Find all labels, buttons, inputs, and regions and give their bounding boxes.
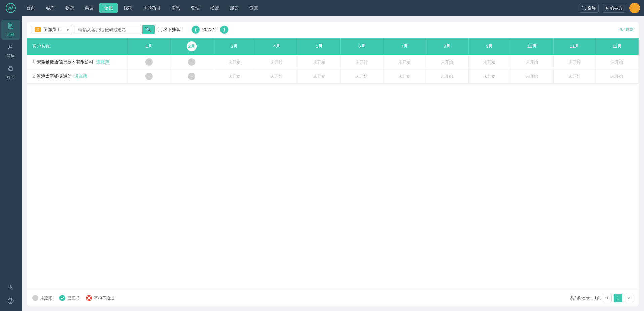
play-icon: ▶ bbox=[606, 6, 609, 10]
status-not-started-text: 未开始 bbox=[611, 74, 623, 79]
month-cell-m3: 未开始 bbox=[213, 55, 255, 69]
status-not-started-text: 未开始 bbox=[228, 60, 240, 64]
col-header-m11: 11月 bbox=[553, 38, 596, 55]
nav-item-customer[interactable]: 客户 bbox=[41, 3, 59, 13]
svg-rect-10 bbox=[9, 69, 12, 70]
fullscreen-label: 全屏 bbox=[588, 5, 596, 11]
employee-label: 全部员工 bbox=[43, 27, 61, 33]
month-cell-m4: 未开始 bbox=[255, 55, 298, 69]
year-label: 2023年 bbox=[202, 27, 217, 33]
status-not-started-text: 未开始 bbox=[271, 60, 283, 64]
search-input[interactable] bbox=[75, 26, 142, 34]
nav-item-operation[interactable]: 经营 bbox=[206, 3, 224, 13]
sidebar-item-bookkeeping[interactable]: 记账 bbox=[1, 20, 20, 40]
client-name-cell: 1安徽畅捷通信息技术有限公司进账簿 bbox=[27, 55, 128, 69]
month-cell-m11: 未开始 bbox=[553, 55, 596, 69]
legend-label-not-started: 未建账 bbox=[40, 295, 52, 301]
sidebar-item-print-label: 打印 bbox=[7, 75, 14, 80]
status-not-started-text: 未开始 bbox=[611, 60, 623, 64]
nav-item-home[interactable]: 首页 bbox=[22, 3, 40, 13]
nav-item-service[interactable]: 服务 bbox=[225, 3, 243, 13]
refresh-button[interactable]: ↻ 刷新 bbox=[620, 27, 634, 33]
status-not-started-text: 未开始 bbox=[483, 60, 495, 64]
my-accounts-checkbox[interactable] bbox=[158, 28, 162, 32]
month-cell-m4: 未开始 bbox=[255, 69, 298, 84]
month-cell-m6: 未开始 bbox=[340, 55, 383, 69]
status-not-started-text: 未开始 bbox=[398, 74, 410, 79]
col-header-m2: 2月 bbox=[170, 38, 213, 55]
fullscreen-icon: ⛶ bbox=[582, 6, 586, 10]
legend-label-completed: 已完成 bbox=[67, 295, 79, 301]
nav-item-billing[interactable]: 收费 bbox=[61, 3, 79, 13]
member-button[interactable]: ▶ 畅会员 bbox=[603, 4, 625, 13]
client-name: 漠澳太平畅捷通信 bbox=[37, 74, 72, 79]
nav-item-bookkeeping[interactable]: 记账 bbox=[99, 3, 118, 13]
my-accounts-checkbox-wrap[interactable]: 名下账套 bbox=[158, 27, 181, 33]
month-cell-m3: 未开始 bbox=[213, 69, 255, 84]
status-not-started-text: 未开始 bbox=[313, 60, 325, 64]
bookkeeping-table: 客户名称 1月 2月 3月 4月 5月 6月 7月 8月 9月 bbox=[27, 38, 639, 84]
svg-point-1 bbox=[633, 4, 637, 8]
current-page-button[interactable]: 1 bbox=[614, 294, 622, 302]
status-not-started-text: 未开始 bbox=[356, 74, 368, 79]
status-not-started-text: 未开始 bbox=[398, 60, 410, 64]
status-minus-icon: − bbox=[145, 58, 153, 66]
col-header-m5: 5月 bbox=[298, 38, 341, 55]
month-cell-m12: 未开始 bbox=[596, 55, 639, 69]
col-header-name: 客户名称 bbox=[27, 38, 128, 55]
user-avatar[interactable] bbox=[629, 3, 640, 13]
next-page-button[interactable]: > bbox=[625, 294, 633, 302]
month-cell-m5: 未开始 bbox=[298, 69, 341, 84]
table-row: 2漠澳太平畅捷通信进账簿−−未开始未开始未开始未开始未开始未开始未开始未开始未开… bbox=[27, 69, 639, 84]
bookkeeping-icon bbox=[7, 22, 14, 31]
client-name-cell: 2漠澳太平畅捷通信进账簿 bbox=[27, 69, 128, 84]
nav-item-settings[interactable]: 设置 bbox=[245, 3, 263, 13]
toolbar: 员 全部员工 ▾ 🔍 名下账套 ❮ 2023年 ❯ bbox=[27, 22, 639, 38]
month-cell-m5: 未开始 bbox=[298, 55, 341, 69]
prev-year-button[interactable]: ❮ bbox=[192, 26, 200, 34]
legend-not-started: 未建账 bbox=[32, 295, 52, 301]
next-year-button[interactable]: ❯ bbox=[220, 26, 228, 34]
fullscreen-button[interactable]: ⛶ 全屏 bbox=[579, 4, 599, 13]
client-number: 2 bbox=[32, 74, 35, 79]
status-minus-icon: − bbox=[188, 58, 195, 66]
sidebar-item-help[interactable] bbox=[1, 295, 20, 307]
month-cell-m9: 未开始 bbox=[468, 69, 511, 84]
enter-ledger-button[interactable]: 进账簿 bbox=[96, 59, 109, 64]
nav-item-invoice[interactable]: 票据 bbox=[80, 3, 98, 13]
app-logo[interactable] bbox=[4, 1, 17, 15]
total-records-label: 共2条记录，1页 bbox=[570, 295, 601, 301]
legend-label-rejected: 审核不通过 bbox=[94, 295, 114, 301]
month-cell-m12: 未开始 bbox=[596, 69, 639, 84]
nav-item-message[interactable]: 消息 bbox=[167, 3, 185, 13]
employee-select[interactable]: 员 全部员工 ▾ bbox=[32, 25, 72, 34]
sidebar-bottom bbox=[1, 281, 20, 311]
prev-page-button[interactable]: < bbox=[603, 294, 612, 302]
status-not-started-text: 未开始 bbox=[313, 74, 325, 79]
col-header-m9: 9月 bbox=[468, 38, 511, 55]
month-cell-m2: − bbox=[170, 55, 213, 69]
month-cell-m2: − bbox=[170, 69, 213, 84]
nav-item-tax[interactable]: 报税 bbox=[119, 3, 137, 13]
status-not-started-text: 未开始 bbox=[483, 74, 495, 79]
nav-right: ⛶ 全屏 ▶ 畅会员 bbox=[579, 3, 640, 13]
status-minus-icon: − bbox=[145, 73, 153, 80]
year-navigation: ❮ 2023年 ❯ bbox=[192, 26, 228, 34]
sidebar-item-download[interactable] bbox=[1, 281, 20, 294]
nav-item-business[interactable]: 工商项目 bbox=[138, 3, 165, 13]
nav-item-management[interactable]: 管理 bbox=[186, 3, 204, 13]
month-cell-m10: 未开始 bbox=[511, 69, 554, 84]
enter-ledger-button[interactable]: 进账簿 bbox=[74, 74, 87, 79]
month-cell-m7: 未开始 bbox=[383, 55, 426, 69]
col-header-m8: 8月 bbox=[426, 38, 468, 55]
month-cell-m1: − bbox=[128, 69, 170, 84]
status-not-started-text: 未开始 bbox=[356, 60, 368, 64]
legend-rejected: 审核不通过 bbox=[86, 295, 114, 301]
sidebar-item-print[interactable]: 打印 bbox=[1, 63, 20, 83]
month-cell-m10: 未开始 bbox=[511, 55, 554, 69]
search-button[interactable]: 🔍 bbox=[142, 25, 155, 34]
sidebar-item-review[interactable]: 审核 bbox=[1, 41, 20, 61]
month-cell-m8: 未开始 bbox=[426, 55, 468, 69]
month-cell-m7: 未开始 bbox=[383, 69, 426, 84]
svg-rect-9 bbox=[9, 66, 12, 68]
